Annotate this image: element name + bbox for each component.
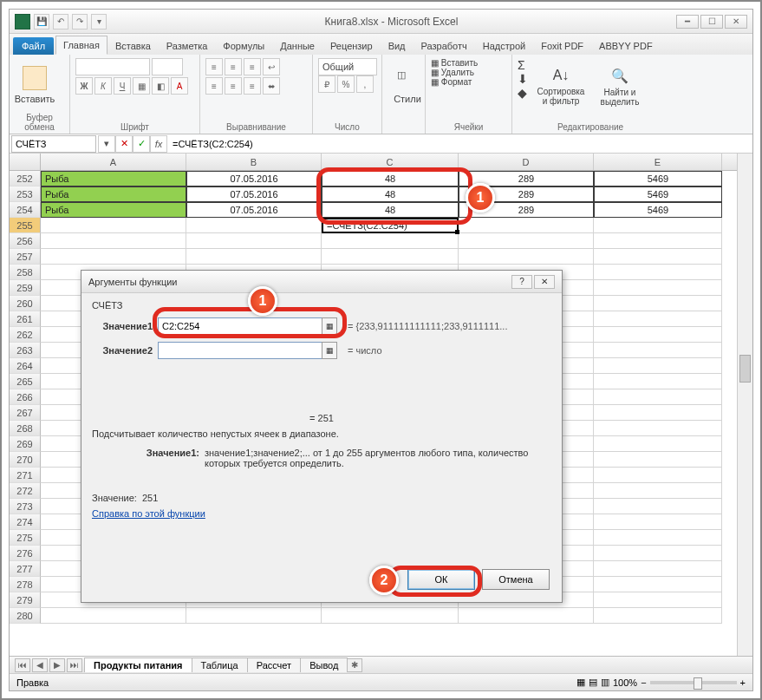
cell[interactable]: Рыба [41, 202, 186, 218]
row-header[interactable]: 265 [10, 374, 41, 389]
col-E[interactable]: E [594, 154, 722, 170]
cell[interactable] [594, 577, 722, 592]
row-header[interactable]: 257 [10, 249, 41, 265]
tab-nav-first-icon[interactable]: ⏮ [15, 658, 30, 672]
tab-insert[interactable]: Вставка [107, 36, 159, 55]
maximize-button[interactable]: ☐ [700, 15, 723, 29]
row-header[interactable]: 263 [10, 343, 41, 358]
zoom-value[interactable]: 100% [613, 677, 637, 688]
cell[interactable] [594, 327, 722, 343]
dialog-close-icon[interactable]: ✕ [534, 275, 555, 289]
tab-addins[interactable]: Надстрой [475, 36, 533, 55]
cell[interactable] [594, 608, 722, 624]
cell[interactable] [594, 499, 722, 514]
cell[interactable] [41, 249, 186, 265]
tab-review[interactable]: Рецензир [322, 36, 381, 55]
cell[interactable] [186, 249, 322, 265]
arg2-range-picker-icon[interactable]: ▦ [322, 342, 337, 359]
cell[interactable] [459, 249, 594, 265]
cell[interactable] [322, 608, 459, 624]
cell[interactable] [594, 296, 722, 311]
row-header[interactable]: 261 [10, 311, 41, 327]
tab-nav-last-icon[interactable]: ⏭ [67, 658, 82, 672]
cell[interactable] [594, 249, 722, 265]
italic-button[interactable]: К [94, 77, 112, 95]
cell[interactable] [594, 592, 722, 608]
align-mid[interactable]: ≡ [225, 58, 242, 75]
sheet-tab-2[interactable]: Рассчет [247, 657, 302, 672]
font-name[interactable] [75, 58, 150, 75]
align-right[interactable]: ≡ [244, 77, 261, 95]
ok-button[interactable]: ОК [407, 569, 475, 590]
row-header[interactable]: 262 [10, 327, 41, 343]
merge[interactable]: ⬌ [263, 77, 280, 95]
row-header[interactable]: 260 [10, 296, 41, 311]
tab-abbyy[interactable]: ABBYY PDF [591, 36, 661, 55]
cell[interactable]: 5469 [594, 202, 722, 218]
arg1-input[interactable] [158, 317, 322, 335]
qat-more-icon[interactable]: ▾ [91, 14, 107, 29]
row-header[interactable]: 252 [10, 171, 41, 186]
formula-input[interactable]: =СЧЁТЗ(C2:C254) [167, 139, 752, 149]
cell[interactable] [594, 436, 722, 452]
help-link[interactable]: Справка по этой функции [92, 508, 205, 519]
fontcolor-button[interactable]: A [171, 77, 188, 95]
align-left[interactable]: ≡ [205, 77, 223, 95]
cell[interactable]: 5469 [594, 171, 722, 186]
zoom-slider[interactable] [650, 681, 737, 684]
cell[interactable] [594, 218, 722, 233]
row-header[interactable]: 269 [10, 436, 41, 452]
col-B[interactable]: B [186, 154, 322, 170]
cell[interactable] [459, 218, 594, 233]
cell[interactable] [594, 514, 722, 530]
file-tab[interactable]: Файл [13, 37, 54, 55]
namebox-dropdown[interactable]: ▾ [98, 135, 115, 153]
cell[interactable] [594, 561, 722, 577]
row-header[interactable]: 253 [10, 186, 41, 202]
view-break-icon[interactable]: ▥ [601, 677, 609, 688]
cell[interactable] [594, 374, 722, 389]
row-header[interactable]: 272 [10, 483, 41, 499]
cancel-formula-icon[interactable]: ✕ [115, 135, 133, 153]
currency[interactable]: ₽ [318, 75, 335, 93]
row-header[interactable]: 274 [10, 514, 41, 530]
cell[interactable] [594, 483, 722, 499]
cell[interactable] [41, 233, 186, 249]
col-C[interactable]: C [322, 154, 459, 170]
cell[interactable]: 07.05.2016 [186, 171, 322, 186]
cell[interactable] [459, 608, 594, 624]
cell[interactable] [322, 249, 459, 265]
cancel-button[interactable]: Отмена [482, 569, 550, 590]
underline-button[interactable]: Ч [114, 77, 131, 95]
align-top[interactable]: ≡ [205, 58, 223, 75]
cell[interactable] [594, 389, 722, 405]
select-all-corner[interactable] [10, 154, 41, 170]
tab-foxit[interactable]: Foxit PDF [533, 36, 591, 55]
comma[interactable]: , [356, 75, 374, 93]
row-header[interactable]: 264 [10, 358, 41, 374]
row-header[interactable]: 278 [10, 577, 41, 592]
fillcolor-button[interactable]: ◧ [152, 77, 169, 95]
fx-button[interactable]: fx [150, 135, 167, 153]
font-size[interactable] [152, 58, 183, 75]
save-icon[interactable]: 💾 [34, 14, 49, 29]
cell[interactable] [594, 265, 722, 280]
row-header[interactable]: 259 [10, 280, 41, 296]
cell[interactable] [594, 530, 722, 546]
new-sheet-icon[interactable]: ✱ [347, 658, 362, 672]
percent[interactable]: % [337, 75, 355, 93]
cell[interactable] [186, 233, 322, 249]
cell[interactable] [459, 233, 594, 249]
cells-delete[interactable]: ▦ Удалить [431, 68, 506, 77]
cell[interactable] [186, 608, 322, 624]
tab-formulas[interactable]: Формулы [215, 36, 272, 55]
row-header[interactable]: 275 [10, 530, 41, 546]
cells-insert[interactable]: ▦ Вставить [431, 58, 506, 68]
tab-nav-prev-icon[interactable]: ◀ [32, 658, 48, 672]
row-header[interactable]: 276 [10, 546, 41, 561]
cell[interactable] [594, 546, 722, 561]
view-layout-icon[interactable]: ▤ [589, 677, 597, 688]
sheet-tab-1[interactable]: Таблица [192, 657, 248, 672]
row-header[interactable]: 280 [10, 608, 41, 624]
view-normal-icon[interactable]: ▦ [576, 677, 585, 688]
